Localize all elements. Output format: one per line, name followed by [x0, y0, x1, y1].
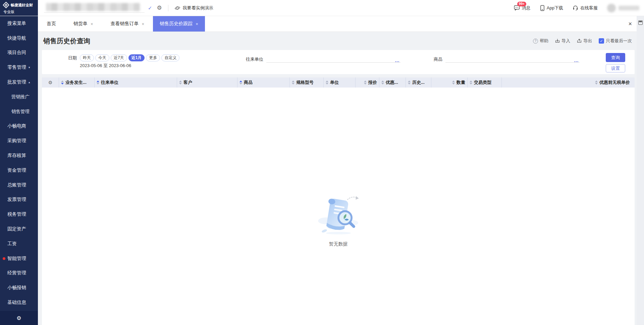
sidebar-item-retail-mgmt[interactable]: 零售管理▾ — [0, 60, 38, 75]
sort-arrows-icon[interactable] — [381, 80, 384, 85]
empty-text: 暂无数据 — [315, 241, 362, 247]
right-scrollbar-rail[interactable] — [637, 16, 644, 325]
partner-filter-label: 往来单位 — [246, 56, 263, 63]
company-selector-underline — [44, 12, 145, 13]
sidebar-item-search-menu[interactable]: 搜索菜单 — [0, 16, 38, 31]
close-all-tabs-icon[interactable]: × — [624, 16, 637, 32]
page-title: 销售历史价查询 — [43, 37, 90, 46]
date-option-today[interactable]: 今天 — [95, 54, 109, 61]
product-picker-ellipsis[interactable]: … — [574, 59, 579, 62]
sort-arrows-icon[interactable] — [179, 80, 182, 85]
column-header-product[interactable]: 商品 — [237, 77, 290, 88]
column-header-transaction-type[interactable]: 交易类型 — [468, 77, 502, 88]
table-body: 暂无数据 — [42, 88, 635, 325]
partner-input[interactable]: … — [266, 56, 400, 63]
sidebar-item-project-contract[interactable]: 项目合同 — [0, 46, 38, 60]
sidebar-item-tax-mgmt[interactable]: 税务管理 — [0, 207, 38, 222]
sort-arrows-icon[interactable] — [292, 80, 294, 85]
query-button[interactable]: 查询 — [606, 53, 625, 62]
sort-arrows-icon[interactable] — [364, 80, 367, 85]
column-header-business-date[interactable]: 业务发生... — [59, 77, 95, 88]
only-last-checkbox[interactable]: ✓ — [599, 38, 604, 44]
only-last-toggle[interactable]: ✓ 只看最后一次 — [599, 38, 632, 44]
tab-sales-history-price[interactable]: 销售历史价跟踪× — [153, 16, 205, 32]
restore-window-icon[interactable] — [638, 20, 643, 25]
sidebar-item-wholesale-mgmt[interactable]: 批发管理▴ — [0, 75, 38, 90]
sidebar-item-fixed-assets[interactable]: 固定资产 — [0, 222, 38, 236]
sort-arrows-icon[interactable] — [595, 80, 598, 85]
date-option-custom[interactable]: 自定义 — [161, 54, 179, 61]
phone-icon — [540, 5, 545, 11]
export-button[interactable]: 导出 — [577, 38, 592, 44]
settings-button[interactable]: 设置 — [606, 64, 625, 72]
close-icon[interactable]: × — [196, 21, 198, 26]
user-account-menu[interactable] — [607, 4, 639, 12]
sidebar-item-payroll[interactable]: 工资 — [0, 236, 38, 251]
tab-home[interactable]: 首页 — [38, 16, 65, 32]
column-header-customer[interactable]: 客户 — [177, 77, 237, 88]
content-area: 销售历史价查询 ? 帮助 导入 — [38, 32, 637, 325]
close-icon[interactable]: × — [142, 21, 145, 26]
topbar-divider — [168, 5, 168, 11]
sort-arrows-icon[interactable] — [97, 80, 99, 85]
redacted-username — [619, 6, 639, 10]
column-header-discount[interactable]: 优惠... — [379, 77, 406, 88]
tab-sales-slip[interactable]: 销货单× — [65, 16, 102, 32]
sidebar-item-marketing-promo[interactable]: 营销推广 — [0, 90, 38, 104]
column-header-quote[interactable]: 报价 — [356, 77, 379, 88]
online-support-button[interactable]: 在线客服 — [573, 5, 598, 11]
sidebar-settings-button[interactable]: ⚙ — [0, 311, 38, 325]
sidebar-item-smart-mgmt[interactable]: 智能管理 — [0, 251, 38, 266]
empty-illustration — [315, 191, 362, 238]
column-header-quantity[interactable]: 数量 — [431, 77, 468, 88]
sidebar-item-purchase-mgmt[interactable]: 采购管理 — [0, 133, 38, 148]
column-header-spec-model[interactable]: 规格型号 — [290, 77, 324, 88]
sidebar-item-ecommerce[interactable]: 小畅电商 — [0, 119, 38, 134]
app-download-button[interactable]: App下载 — [540, 5, 563, 11]
sidebar-item-basic-info[interactable]: 基础信息 — [0, 295, 38, 310]
column-header-history[interactable]: 历史... — [406, 77, 431, 88]
messages-button[interactable]: 99+ 消息 — [514, 5, 531, 11]
confirm-check-icon[interactable]: ✓ — [148, 5, 152, 11]
import-button[interactable]: 导入 — [555, 38, 570, 44]
company-selector[interactable] — [44, 3, 145, 13]
settings-gear-icon[interactable]: ⚙ — [157, 4, 162, 11]
sidebar-item-business-mgmt[interactable]: 经营管理 — [0, 266, 38, 281]
sidebar-item-sales-mgmt[interactable]: 销售管理 — [0, 104, 38, 119]
brand-logo: 畅捷通好业财 专业版 — [0, 0, 38, 16]
date-option-last7days[interactable]: 近7天 — [111, 54, 127, 61]
sort-arrows-icon[interactable] — [452, 80, 455, 85]
help-icon: ? — [533, 39, 538, 44]
date-option-last1month[interactable]: 近1月 — [128, 54, 145, 61]
sort-arrows-icon[interactable] — [61, 80, 64, 85]
sidebar-item-capital-mgmt[interactable]: 资金管理 — [0, 163, 38, 178]
sort-arrows-icon[interactable] — [470, 80, 472, 85]
column-header-unit[interactable]: 单位 — [324, 77, 356, 88]
column-settings-button[interactable]: ⚙ — [42, 77, 59, 88]
column-header-pre-discount-untaxed-price[interactable]: 优惠前无税单价 — [502, 77, 635, 88]
app-window: 畅捷通好业财 专业版 ✓ ⚙ 我要看实例演示 — [0, 0, 644, 325]
column-header-partner[interactable]: 往来单位 — [95, 77, 177, 88]
sidebar-item-invoice-mgmt[interactable]: 发票管理 — [0, 193, 38, 207]
date-filter-label: 日期 — [68, 54, 77, 61]
date-range-value: 2023-05-06 至 2023-06-06 — [80, 63, 181, 69]
sort-arrows-icon[interactable] — [326, 80, 328, 85]
partner-picker-ellipsis[interactable]: … — [395, 59, 400, 62]
sidebar-item-quick-nav[interactable]: 快捷导航 — [0, 31, 38, 46]
help-button[interactable]: ? 帮助 — [533, 38, 548, 44]
gear-icon: ⚙ — [48, 80, 53, 85]
sort-arrows-icon[interactable] — [239, 80, 242, 85]
close-icon[interactable]: × — [91, 21, 93, 26]
date-option-yesterday[interactable]: 昨天 — [80, 54, 94, 61]
date-option-more[interactable]: 更多 — [146, 54, 160, 61]
tab-view-sales-order[interactable]: 查看销售订单× — [102, 16, 153, 32]
product-input[interactable]: … — [445, 56, 580, 63]
sort-arrows-icon[interactable] — [408, 80, 411, 85]
sidebar-item-general-ledger[interactable]: 总账管理 — [0, 178, 38, 193]
sidebar-item-reimbursement[interactable]: 小畅报销 — [0, 280, 38, 295]
demo-link[interactable]: 我要看实例演示 — [174, 5, 213, 11]
planet-icon — [174, 5, 180, 11]
app-download-label: App下载 — [547, 5, 563, 11]
sidebar-item-inventory-accounting[interactable]: 库存核算 — [0, 148, 38, 163]
page-header: 销售历史价查询 ? 帮助 导入 — [42, 32, 635, 50]
